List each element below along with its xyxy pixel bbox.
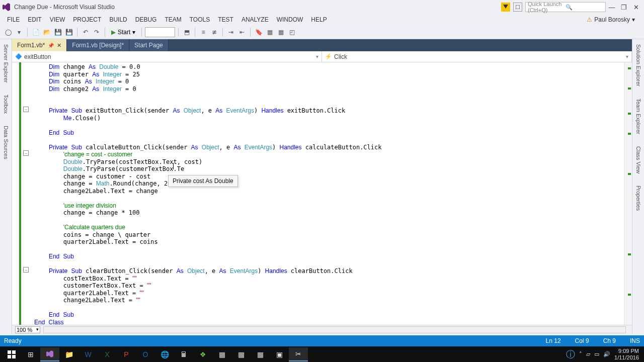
taskbar-app-3[interactable]: ▦ [251, 347, 270, 361]
breakpoint-gutter[interactable] [12, 62, 19, 325]
help-icon[interactable]: ⓘ [566, 348, 575, 360]
event-dropdown[interactable]: ⚡ Click ▾ [322, 51, 632, 62]
chevron-up-icon[interactable]: ˄ [579, 351, 582, 357]
step-button[interactable]: ⬒ [182, 27, 192, 37]
menu-tools[interactable]: TOOLS [186, 16, 214, 23]
toolbox-tab[interactable]: Toolbox [3, 93, 9, 116]
data-sources-tab[interactable]: Data Sources [3, 124, 9, 161]
undo-button[interactable]: ↶ [80, 27, 91, 37]
time: 9:09 PM [614, 348, 639, 354]
redo-button[interactable]: ↷ [92, 27, 102, 37]
network-icon[interactable]: ▱ [586, 351, 590, 357]
server-explorer-tab[interactable]: Server Explorer [3, 42, 9, 84]
menu-edit[interactable]: EDIT [24, 16, 45, 23]
menu-debug[interactable]: DEBUG [131, 16, 161, 23]
code-editor[interactable]: − − − Dim change As Double = 0.0 Dim qua… [12, 62, 632, 325]
notification-icon[interactable] [501, 3, 510, 12]
editor-footer: 100 % ▾ [12, 325, 632, 334]
save-all-button[interactable]: 💾 [64, 27, 74, 37]
save-button[interactable]: 💾 [53, 27, 63, 37]
battery-icon[interactable]: ▭ [594, 351, 599, 357]
taskbar-powerpoint[interactable]: P [117, 347, 136, 361]
menu-view[interactable]: VIEW [46, 16, 69, 23]
outline-gutter[interactable]: − − − [21, 62, 32, 325]
comment-button[interactable]: ≡ [198, 27, 208, 37]
taskbar-app-2[interactable]: ▦ [231, 347, 251, 361]
menu-help[interactable]: HELP [307, 16, 331, 23]
indent-button[interactable]: ⇥ [226, 27, 236, 37]
tab-form1-design[interactable]: Form1.vb [Design]* [67, 39, 129, 51]
taskbar-visual-studio[interactable] [40, 347, 59, 361]
quick-launch-input[interactable]: Quick Launch (Ctrl+Q) 🔍 [525, 2, 606, 12]
member-dropdown[interactable]: 🔷 exitButton ▾ [12, 51, 322, 62]
code-text[interactable]: Dim change As Double = 0.0 Dim quarter A… [32, 62, 624, 325]
tab-start-page[interactable]: Start Page [129, 39, 169, 51]
outline-toggle[interactable]: − [23, 107, 29, 112]
class-view-tab[interactable]: Class View [635, 144, 641, 175]
new-project-button[interactable]: 📄 [31, 27, 41, 37]
overview-ruler[interactable] [624, 62, 632, 325]
window-title: Change Due - Microsoft Visual Studio [14, 4, 115, 11]
tb-extra2[interactable]: ▦ [276, 27, 286, 37]
user-account[interactable]: ⚠ Paul Borosky ▾ [587, 16, 641, 23]
menu-window[interactable]: WINDOW [273, 16, 307, 23]
outdent-button[interactable]: ⇤ [237, 27, 247, 37]
uncomment-button[interactable]: ≢ [209, 27, 219, 37]
zoom-dropdown[interactable]: 100 % ▾ [15, 326, 40, 333]
warning-icon: ⚠ [587, 16, 592, 23]
tab-label: Form1.vb* [17, 42, 45, 49]
status-text: Ready [4, 337, 22, 344]
start-debug-button[interactable]: ▶ Start ▾ [108, 27, 138, 37]
pin-icon[interactable]: 📌 [48, 43, 54, 48]
taskbar-chrome[interactable]: 🌐 [155, 347, 174, 361]
bookmark-button[interactable]: 🔖 [254, 27, 264, 37]
menu-file[interactable]: FILE [3, 16, 24, 23]
taskbar-outlook[interactable]: O [136, 347, 155, 361]
properties-tab[interactable]: Properties [635, 184, 641, 213]
close-icon[interactable]: ✕ [57, 42, 61, 49]
titlebar: Change Due - Microsoft Visual Studio ☐ Q… [0, 0, 644, 14]
task-view-button[interactable]: ⊞ [21, 347, 40, 361]
taskbar-word[interactable]: W [78, 347, 98, 361]
close-button[interactable]: ✕ [630, 4, 642, 11]
user-name: Paul Borosky [594, 16, 630, 23]
start-button[interactable] [2, 347, 21, 361]
svg-rect-3 [12, 355, 16, 358]
restore-button[interactable]: ❐ [618, 4, 630, 11]
volume-icon[interactable]: 🔊 [603, 351, 610, 357]
taskbar-explorer[interactable]: 📁 [59, 347, 78, 361]
taskbar-snip[interactable]: ✂ [289, 347, 308, 361]
editor-column: Form1.vb* 📌 ✕ Form1.vb [Design]* Start P… [12, 39, 632, 334]
taskbar-app-1[interactable]: ▦ [212, 347, 231, 361]
play-icon: ▶ [111, 29, 116, 36]
minimize-button[interactable]: — [606, 4, 618, 11]
system-tray[interactable]: ⓘ ˄ ▱ ▭ 🔊 9:09 PM 1/11/2016 [566, 348, 642, 360]
menu-project[interactable]: PROJECT [69, 16, 105, 23]
taskbar-calculator[interactable]: 🖩 [174, 347, 193, 361]
taskbar-app-leaf[interactable]: ❖ [193, 347, 212, 361]
config-combo[interactable] [145, 27, 175, 37]
status-line: Ln 12 [546, 337, 561, 344]
taskbar-excel[interactable]: X [98, 347, 117, 361]
feedback-icon[interactable]: ☐ [513, 3, 522, 12]
tab-form1-vb[interactable]: Form1.vb* 📌 ✕ [12, 39, 67, 51]
nav-back-button[interactable]: ◯ [3, 27, 13, 37]
tb-extra1[interactable]: ▦ [265, 27, 275, 37]
status-col: Col 9 [575, 337, 589, 344]
taskbar-cmd[interactable]: ▣ [270, 347, 289, 361]
outline-toggle[interactable]: − [23, 150, 29, 156]
outline-toggle[interactable]: − [23, 267, 29, 273]
menu-analyze[interactable]: ANALYZE [237, 16, 273, 23]
horizontal-scrollbar[interactable] [43, 326, 626, 333]
menu-test[interactable]: TEST [214, 16, 237, 23]
clock[interactable]: 9:09 PM 1/11/2016 [614, 348, 639, 360]
zoom-value: 100 % [17, 327, 32, 333]
nav-fwd-button[interactable]: ▾ [14, 27, 24, 37]
menu-build[interactable]: BUILD [105, 16, 131, 23]
chevron-down-icon: ▾ [132, 29, 135, 36]
solution-explorer-tab[interactable]: Solution Explorer [635, 42, 641, 88]
open-button[interactable]: 📂 [42, 27, 52, 37]
team-explorer-tab[interactable]: Team Explorer [635, 97, 641, 136]
menu-team[interactable]: TEAM [160, 16, 185, 23]
tb-extra3[interactable]: ◰ [287, 27, 297, 37]
